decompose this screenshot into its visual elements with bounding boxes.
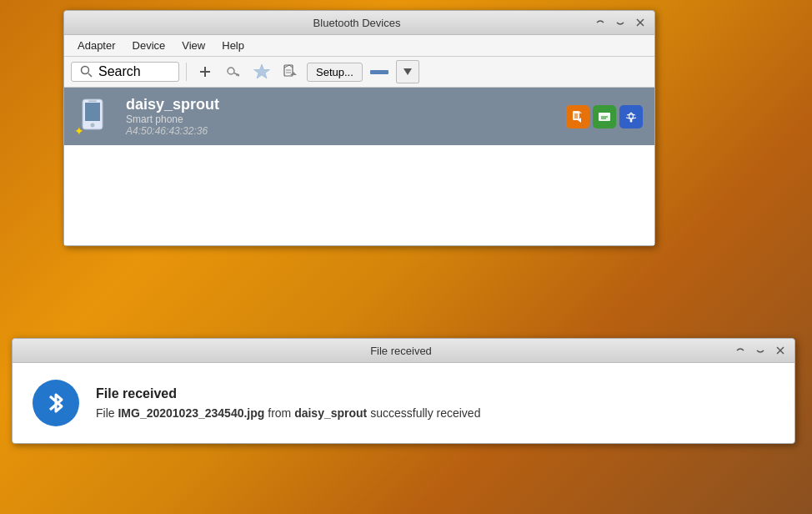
menu-adapter[interactable]: Adapter xyxy=(71,38,123,53)
key-icon xyxy=(225,63,242,80)
menu-view[interactable]: View xyxy=(175,38,212,53)
bluetooth-icon-circle xyxy=(33,380,79,426)
file-received-window: File received File received xyxy=(12,338,795,444)
bt-titlebar: Bluetooth Devices xyxy=(64,11,654,35)
svg-rect-27 xyxy=(599,113,610,115)
fr-body-prefix: File xyxy=(96,406,118,420)
setup-btn[interactable]: Setup... xyxy=(307,63,363,82)
fr-text-block: File received File IMG_20201023_234540.j… xyxy=(96,386,774,420)
svg-point-6 xyxy=(228,68,234,74)
fr-content: File received File IMG_20201023_234540.j… xyxy=(13,363,794,443)
device-info: daisy_sprout Smart phone A4:50:46:43:32:… xyxy=(126,96,554,137)
send-file-btn[interactable] xyxy=(278,60,302,83)
star-btn[interactable] xyxy=(250,60,273,83)
device-name: daisy_sprout xyxy=(126,96,554,113)
remove-btn[interactable] xyxy=(368,60,391,83)
action-btn-green[interactable] xyxy=(593,105,616,128)
search-button[interactable]: Search xyxy=(71,62,179,82)
network-icon xyxy=(624,109,639,124)
star-icon xyxy=(253,63,271,81)
file-transfer-icon xyxy=(570,109,585,124)
toolbar-separator-1 xyxy=(186,63,187,81)
svg-marker-10 xyxy=(254,64,270,78)
fr-maximize-btn[interactable] xyxy=(753,343,768,358)
device-actions xyxy=(566,105,643,128)
device-type: Smart phone xyxy=(126,113,554,125)
add-icon xyxy=(198,64,213,79)
fr-body-suffix: successfully received xyxy=(367,406,480,420)
bluetooth-devices-window: Bluetooth Devices Adapter Device View He… xyxy=(63,10,655,246)
svg-rect-17 xyxy=(85,103,100,121)
device-mac: A4:50:46:43:32:36 xyxy=(126,125,554,137)
svg-line-3 xyxy=(88,73,92,77)
minus-icon xyxy=(370,70,388,74)
svg-marker-14 xyxy=(290,72,297,75)
fr-filename: IMG_20201023_234540.jpg xyxy=(118,406,264,420)
svg-rect-19 xyxy=(88,100,97,102)
chevron-down-icon xyxy=(403,68,412,75)
fr-titlebar-controls xyxy=(733,343,788,358)
device-list: ✦ daisy_sprout Smart phone A4:50:46:43:3… xyxy=(64,88,654,245)
svg-marker-21 xyxy=(579,111,582,113)
menu-help[interactable]: Help xyxy=(215,38,251,53)
setup-label: Setup... xyxy=(316,66,353,78)
fr-sender: daisy_sprout xyxy=(294,406,367,420)
bt-minimize-btn[interactable] xyxy=(593,15,608,30)
svg-point-18 xyxy=(91,123,95,127)
menu-device[interactable]: Device xyxy=(126,38,173,53)
search-icon xyxy=(80,65,93,78)
add-device-btn[interactable] xyxy=(193,60,217,83)
action-btn-orange[interactable] xyxy=(566,105,589,128)
bt-window-title: Bluetooth Devices xyxy=(121,17,593,29)
bt-menubar: Adapter Device View Help xyxy=(64,35,654,57)
fr-minimize-btn[interactable] xyxy=(733,343,748,358)
bluetooth-symbol-icon xyxy=(43,390,69,416)
action-btn-blue[interactable] xyxy=(619,105,643,128)
bt-toolbar: Search xyxy=(64,57,654,88)
key-btn[interactable] xyxy=(222,60,245,83)
bt-titlebar-controls xyxy=(593,15,648,30)
fr-body-middle: from xyxy=(264,406,294,420)
svg-point-2 xyxy=(82,67,89,74)
device-item[interactable]: ✦ daisy_sprout Smart phone A4:50:46:43:3… xyxy=(64,88,654,145)
fr-window-title: File received xyxy=(69,345,733,357)
dropdown-btn[interactable] xyxy=(396,60,419,83)
search-label: Search xyxy=(98,64,141,79)
fr-heading: File received xyxy=(96,386,774,401)
browse-icon xyxy=(597,109,612,124)
fr-titlebar: File received xyxy=(13,339,794,363)
fr-body-text: File IMG_20201023_234540.jpg from daisy_… xyxy=(96,406,774,420)
bt-close-btn[interactable] xyxy=(633,15,648,30)
device-list-empty-area xyxy=(64,145,654,245)
trusted-star-icon: ✦ xyxy=(74,124,84,138)
device-icon-wrap: ✦ xyxy=(76,98,114,136)
bt-maximize-btn[interactable] xyxy=(613,15,628,30)
fr-close-btn[interactable] xyxy=(773,343,788,358)
send-file-icon xyxy=(282,63,298,80)
svg-point-30 xyxy=(630,119,633,122)
svg-marker-15 xyxy=(403,68,412,75)
